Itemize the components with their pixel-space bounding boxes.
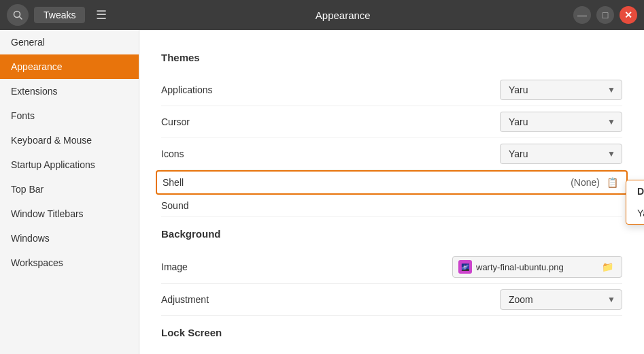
themes-section-title: Themes (161, 52, 622, 63)
bg-image-control: 🌌 warty-final-ubuntu.png 📁 (452, 256, 622, 278)
sidebar-item-appearance[interactable]: Appearance (0, 54, 139, 79)
bg-adjustment-select-wrapper[interactable]: Zoom ▼ (500, 289, 622, 310)
titlebar: Tweaks ☰ Appearance — □ ✕ (0, 0, 644, 30)
close-button[interactable]: ✕ (620, 6, 637, 24)
shell-label: Shell (163, 177, 571, 188)
lockscreen-section-title: Lock Screen (161, 327, 622, 338)
sidebar-item-extensions[interactable]: Extensions (0, 79, 139, 103)
shell-row: Shell (None) 📋 (156, 170, 628, 195)
shell-control: (None) 📋 (571, 176, 621, 189)
bg-adjustment-control: Zoom ▼ (500, 289, 622, 310)
cursor-label: Cursor (161, 116, 500, 127)
applications-row: Applications Yaru ▼ (161, 74, 622, 106)
sidebar-item-general[interactable]: General (0, 30, 139, 54)
dropdown-option-default[interactable]: Default (626, 180, 644, 202)
icons-row: Icons Yaru ▼ (161, 138, 622, 170)
cursor-control: Yaru ▼ (500, 112, 622, 132)
bg-image-selector[interactable]: 🌌 warty-final-ubuntu.png 📁 (452, 256, 622, 278)
applications-select[interactable]: Yaru (500, 80, 622, 100)
icons-label: Icons (161, 148, 500, 159)
shell-dropdown-popup: Default Yaru-dark (626, 180, 644, 225)
sound-label: Sound (161, 200, 622, 211)
ls-image-row: Image 🌌 warty-final-ubuntu.png 📁 (161, 349, 622, 354)
minimize-button[interactable]: — (573, 6, 591, 24)
main-layout: General Appearance Extensions Fonts Keyb… (0, 30, 644, 354)
content-area: Themes Applications Yaru ▼ Cursor Yaru (139, 30, 644, 354)
window-controls: — □ ✕ (573, 6, 637, 24)
applications-control: Yaru ▼ (500, 80, 622, 100)
cursor-select[interactable]: Yaru (500, 112, 622, 132)
search-button[interactable] (7, 4, 29, 26)
background-section-title: Background (161, 228, 622, 240)
menu-button[interactable]: ☰ (90, 4, 112, 26)
sidebar-item-startup-applications[interactable]: Startup Applications (0, 152, 139, 177)
app-name: Tweaks (34, 7, 85, 23)
sidebar-item-top-bar[interactable]: Top Bar (0, 177, 139, 202)
applications-select-wrapper[interactable]: Yaru ▼ (500, 80, 622, 100)
applications-label: Applications (161, 84, 500, 95)
svg-line-1 (20, 17, 22, 20)
sidebar-item-window-titlebars[interactable]: Window Titlebars (0, 202, 139, 226)
maximize-button[interactable]: □ (596, 6, 614, 24)
sidebar-item-keyboard-mouse[interactable]: Keyboard & Mouse (0, 128, 139, 152)
cursor-row: Cursor Yaru ▼ (161, 106, 622, 138)
sound-row: Sound (161, 195, 622, 217)
dropdown-option-yaru-dark[interactable]: Yaru-dark (626, 202, 644, 224)
icons-select[interactable]: Yaru (500, 144, 622, 164)
shell-value-text: (None) (571, 177, 600, 188)
cursor-select-wrapper[interactable]: Yaru ▼ (500, 112, 622, 132)
sidebar: General Appearance Extensions Fonts Keyb… (0, 30, 139, 354)
bg-image-label: Image (161, 261, 452, 272)
bg-image-icon: 🌌 (458, 260, 472, 274)
sidebar-item-windows[interactable]: Windows (0, 226, 139, 251)
bg-image-row: Image 🌌 warty-final-ubuntu.png 📁 (161, 251, 622, 284)
window-title: Appearance (118, 10, 568, 21)
bg-image-folder-button[interactable]: 📁 (599, 260, 616, 274)
bg-adjustment-label: Adjustment (161, 294, 500, 305)
icons-control: Yaru ▼ (500, 144, 622, 164)
icons-select-wrapper[interactable]: Yaru ▼ (500, 144, 622, 164)
bg-adjustment-row: Adjustment Zoom ▼ (161, 284, 622, 316)
bg-image-filename: warty-final-ubuntu.png (476, 262, 595, 272)
sidebar-item-workspaces[interactable]: Workspaces (0, 251, 139, 275)
shell-copy-button[interactable]: 📋 (604, 176, 621, 189)
bg-adjustment-select[interactable]: Zoom (500, 289, 622, 310)
sidebar-item-fonts[interactable]: Fonts (0, 103, 139, 128)
